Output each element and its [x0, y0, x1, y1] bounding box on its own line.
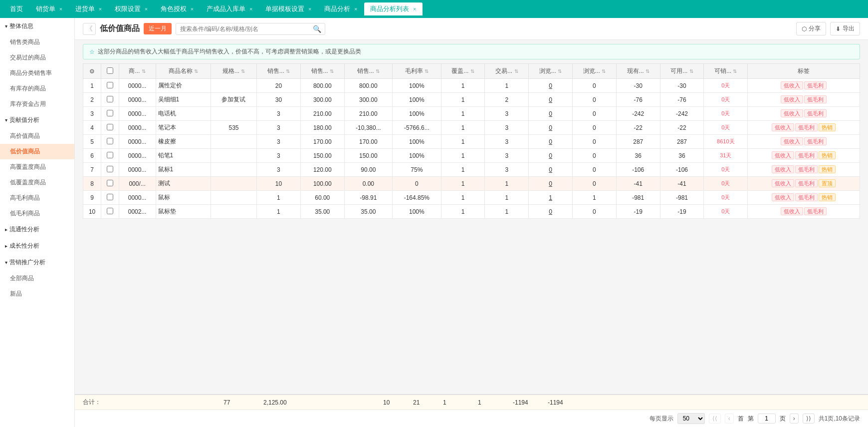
sidebar-item-traded-goods[interactable]: 交易过的商品	[0, 50, 74, 65]
sidebar-item-new-goods[interactable]: 新品	[0, 286, 74, 302]
close-icon[interactable]: ×	[249, 6, 252, 12]
col-sales2[interactable]: 销售... ⇅	[344, 64, 392, 79]
view1-link[interactable]: 0	[549, 208, 552, 215]
sidebar-item-low-value[interactable]: 低价值商品	[0, 144, 74, 159]
close-icon[interactable]: ×	[99, 6, 102, 12]
col-spec[interactable]: 规格... ⇅	[211, 64, 256, 79]
cell-checkbox[interactable]	[101, 79, 119, 93]
cell-view1[interactable]: 0	[529, 107, 573, 121]
sidebar-item-in-stock-goods[interactable]: 有库存的商品	[0, 81, 74, 96]
close-icon[interactable]: ×	[59, 6, 62, 12]
view1-link[interactable]: 0	[549, 124, 552, 131]
nav-home[interactable]: 首页	[4, 2, 29, 15]
col-name[interactable]: 商品名称 ⇅	[156, 64, 211, 79]
close-icon[interactable]: ×	[354, 6, 357, 12]
nav-sales-order[interactable]: 销货单 ×	[30, 2, 68, 15]
cell-view1[interactable]: 0	[529, 121, 573, 135]
sidebar-item-category-sales-rate[interactable]: 商品分类销售率	[0, 65, 74, 81]
close-icon[interactable]: ×	[191, 6, 194, 12]
cell-view1[interactable]: 0	[529, 163, 573, 177]
col-stock[interactable]: 现有... ⇅	[616, 64, 660, 79]
table-container[interactable]: ⚙ 商... ⇅ 商品名称 ⇅ 规格... ⇅ 销售... ⇅ 销售... ⇅ …	[75, 63, 868, 394]
view1-link[interactable]: 1	[549, 194, 552, 201]
col-view1[interactable]: 浏览... ⇅	[529, 64, 573, 79]
export-button[interactable]: ⬇ 导出	[830, 22, 860, 35]
select-all-checkbox[interactable]	[107, 67, 113, 74]
sidebar-item-low-coverage[interactable]: 低覆盖度商品	[0, 175, 74, 190]
view1-link[interactable]: 0	[549, 166, 552, 173]
view1-link[interactable]: 0	[549, 180, 552, 187]
cell-view1[interactable]: 0	[529, 149, 573, 163]
filter-period-button[interactable]: 近一月	[144, 23, 172, 34]
col-code[interactable]: 商... ⇅	[119, 64, 156, 79]
table-row[interactable]: 4 0000... 笔记本 535 3 180.00 -10,380... -5…	[83, 121, 860, 135]
nav-goods-analysis-list[interactable]: 商品分析列表 ×	[364, 2, 422, 15]
sidebar-item-sales-goods[interactable]: 销售类商品	[0, 34, 74, 50]
sidebar-item-all-goods[interactable]: 全部商品	[0, 271, 74, 286]
table-row[interactable]: 3 0000... 电话机 3 210.00 210.00 100% 1 3 0…	[83, 107, 860, 121]
cell-checkbox[interactable]	[101, 163, 119, 177]
per-page-select[interactable]: 50 20 100	[677, 413, 705, 424]
col-qty[interactable]: 销售... ⇅	[257, 64, 301, 79]
row-checkbox[interactable]	[107, 124, 113, 130]
table-row[interactable]: 10 0002... 鼠标垫 1 35.00 35.00 100% 1 1 0 …	[83, 205, 860, 219]
sidebar-item-high-value[interactable]: 高价值商品	[0, 128, 74, 144]
cell-view1[interactable]: 0	[529, 135, 573, 149]
cell-view1[interactable]: 0	[529, 205, 573, 219]
cell-view1[interactable]: 0	[529, 93, 573, 107]
first-page-button[interactable]: ⟨⟨	[709, 414, 721, 424]
col-saleable[interactable]: 可销... ⇅	[704, 64, 748, 79]
row-checkbox[interactable]	[107, 194, 113, 200]
sidebar-group-growth[interactable]: ▸ 成长性分析	[0, 238, 74, 254]
cell-checkbox[interactable]	[101, 149, 119, 163]
view1-link[interactable]: 0	[549, 82, 552, 89]
nav-permissions[interactable]: 权限设置 ×	[109, 2, 154, 15]
row-checkbox[interactable]	[107, 166, 113, 172]
col-checkbox[interactable]	[101, 64, 119, 79]
col-available[interactable]: 可用... ⇅	[660, 64, 704, 79]
col-trade[interactable]: 交易... ⇅	[485, 64, 529, 79]
cell-checkbox[interactable]	[101, 205, 119, 219]
cell-checkbox[interactable]	[101, 107, 119, 121]
prev-page-button[interactable]: ‹	[725, 414, 734, 424]
sidebar-item-high-coverage[interactable]: 高覆盖度商品	[0, 159, 74, 175]
sidebar-item-high-profit[interactable]: 高毛利商品	[0, 190, 74, 206]
sidebar-group-overall[interactable]: ▾ 整体信息	[0, 18, 74, 34]
view1-link[interactable]: 0	[549, 110, 552, 117]
col-settings[interactable]: ⚙	[83, 64, 101, 79]
next-page-button[interactable]: ›	[790, 414, 799, 424]
cell-checkbox[interactable]	[101, 93, 119, 107]
search-icon[interactable]: 🔍	[313, 25, 321, 33]
nav-purchase-order[interactable]: 进货单 ×	[69, 2, 108, 15]
view1-link[interactable]: 0	[549, 138, 552, 145]
cell-checkbox[interactable]	[101, 191, 119, 205]
collapse-button[interactable]: 《	[83, 23, 96, 35]
row-checkbox[interactable]	[107, 96, 113, 102]
search-input[interactable]	[176, 23, 325, 35]
close-icon[interactable]: ×	[145, 6, 148, 12]
table-row[interactable]: 6 0000... 铅笔1 3 150.00 150.00 100% 1 3 0…	[83, 149, 860, 163]
table-row[interactable]: 1 0000... 属性定价 20 800.00 800.00 100% 1 1…	[83, 79, 860, 93]
cell-view1[interactable]: 1	[529, 191, 573, 205]
sidebar-group-contribution[interactable]: ▾ 贡献值分析	[0, 112, 74, 128]
view1-link[interactable]: 0	[549, 152, 552, 159]
col-view2[interactable]: 浏览... ⇅	[573, 64, 617, 79]
nav-goods-analysis[interactable]: 商品分析 ×	[318, 2, 363, 15]
row-checkbox[interactable]	[107, 82, 113, 88]
row-checkbox[interactable]	[107, 152, 113, 158]
cell-checkbox[interactable]	[101, 177, 119, 191]
row-checkbox[interactable]	[107, 138, 113, 144]
nav-role-auth[interactable]: 角色授权 ×	[155, 2, 200, 15]
share-button[interactable]: ⬡ 分享	[796, 22, 826, 35]
table-row[interactable]: 8 000/... 测试 10 100.00 0.00 0 1 1 0 0 -4…	[83, 177, 860, 191]
nav-product-instock[interactable]: 产成品入库单 ×	[201, 2, 258, 15]
cell-checkbox[interactable]	[101, 121, 119, 135]
col-coverage[interactable]: 覆盖... ⇅	[441, 64, 485, 79]
table-row[interactable]: 5 0000... 橡皮擦 3 170.00 170.00 100% 1 3 0…	[83, 135, 860, 149]
cell-view1[interactable]: 0	[529, 79, 573, 93]
row-checkbox[interactable]	[107, 208, 113, 214]
nav-template-settings[interactable]: 单据模板设置 ×	[259, 2, 317, 15]
table-row[interactable]: 9 0000... 鼠标 1 60.00 -98.91 -164.85% 1 1…	[83, 191, 860, 205]
sidebar-item-inventory-capital[interactable]: 库存资金占用	[0, 96, 74, 112]
sidebar-item-low-profit[interactable]: 低毛利商品	[0, 206, 74, 221]
